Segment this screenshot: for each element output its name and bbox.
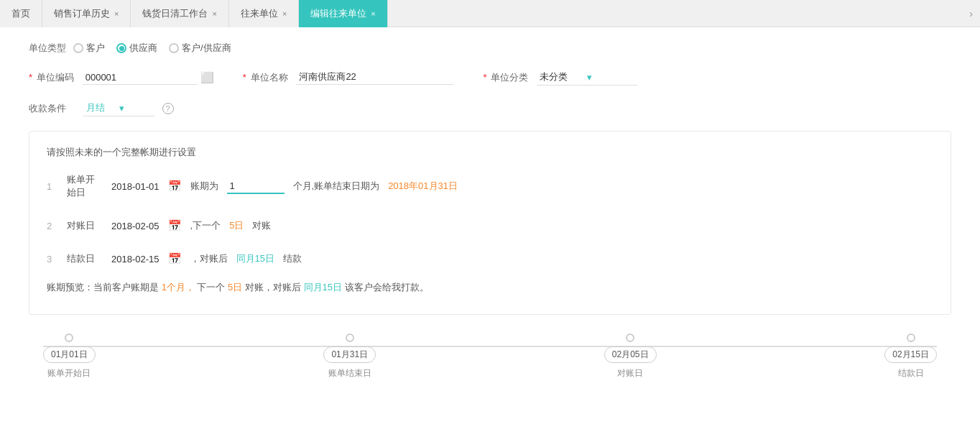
tab-partner[interactable]: 往来单位 × (229, 0, 299, 27)
timeline-point-0: 01月01日 账单开始日 (43, 334, 96, 380)
tabs-scroll-arrow[interactable]: › (962, 8, 980, 19)
row2-prefix: ,下一个 (190, 219, 221, 232)
row2-date: 2018-02-05 (111, 221, 160, 231)
preview-row: 账期预览：当前客户账期是 1个月， 下一个 5日 对账，对账后 同月15日 该客… (47, 272, 933, 300)
tl-badge-2: 02月05日 (604, 346, 657, 363)
close-partner-icon[interactable]: × (282, 9, 287, 18)
row3-label: 结款日 (67, 252, 103, 265)
close-sales-history-icon[interactable]: × (114, 9, 119, 18)
period-input[interactable] (227, 179, 285, 194)
tabs-bar: 首页 销售订单历史 × 钱货日清工作台 × 往来单位 × 编辑往来单位 × › (0, 0, 980, 27)
tl-dot-1 (346, 334, 354, 342)
period-row-1: 1 账单开始日 2018-01-01 📅 账期为 个月,账单结束日期为 2018… (47, 173, 933, 199)
row3-suffix-post: 结款 (283, 252, 302, 265)
row2-suffix-post: 对账 (252, 219, 271, 232)
tl-dot-2 (626, 334, 634, 342)
payment-terms-label: 收款条件 (29, 102, 66, 115)
preview-mid2: 对账，对账后 (245, 282, 301, 293)
preview-mid1: 下一个 (197, 282, 225, 293)
unit-info-row: * 单位编码 ⬜ * 单位名称 * 单位分类 未分类 ▾ (29, 69, 951, 86)
unit-name-label: 单位名称 (251, 71, 288, 84)
timeline-points: 01月01日 账单开始日 01月31日 账单结束日 02月05日 对账日 02月… (43, 334, 937, 380)
radio-customer[interactable]: 客户 (73, 42, 105, 55)
period-row-3: 3 结款日 2018-02-15 📅 ，对账后 同月15日 结款 (47, 252, 933, 265)
tl-badge-0: 01月01日 (43, 346, 96, 363)
row2-cal-icon[interactable]: 📅 (168, 219, 182, 232)
radio-customer-supplier-circle (169, 43, 179, 53)
timeline-point-1: 01月31日 账单结束日 (323, 334, 376, 380)
row1-end-date: 2018年01月31日 (388, 180, 458, 193)
row3-cal-icon[interactable]: 📅 (168, 252, 182, 265)
section-title: 请按照未来的一个完整帐期进行设置 (47, 146, 933, 159)
unit-code-label: 单位编码 (37, 71, 74, 84)
payment-terms-dropdown-arrow: ▾ (119, 103, 152, 114)
row2-label: 对账日 (67, 219, 103, 232)
radio-supplier[interactable]: 供应商 (116, 42, 157, 55)
preview-highlight3: 同月15日 (304, 282, 342, 293)
tl-label-0: 账单开始日 (47, 367, 91, 380)
timeline-section: 01月01日 账单开始日 01月31日 账单结束日 02月05日 对账日 02月… (29, 326, 951, 401)
unit-type-row: 单位类型 客户 供应商 客户/供应商 (29, 42, 951, 55)
row1-suffix-post: 个月,账单结束日期为 (293, 180, 380, 193)
row1-date: 2018-01-01 (111, 181, 160, 192)
copy-icon[interactable]: ⬜ (200, 71, 214, 84)
preview-label: 账期预览：当前客户账期是 (47, 282, 159, 293)
row2-highlight: 5日 (229, 219, 244, 232)
timeline-point-2: 02月05日 对账日 (604, 334, 657, 380)
unit-category-label: 单位分类 (491, 71, 528, 84)
unit-category-select[interactable]: 未分类 ▾ (537, 69, 637, 86)
preview-end: 该客户会给我打款。 (345, 282, 429, 293)
help-icon[interactable]: ? (162, 103, 174, 114)
tl-dot-3 (907, 334, 915, 342)
payment-terms-row: 收款条件 月结 ▾ ? (29, 100, 951, 116)
row1-cal-icon[interactable]: 📅 (168, 180, 182, 193)
radio-customer-supplier[interactable]: 客户/供应商 (169, 42, 231, 55)
payment-terms-select[interactable]: 月结 ▾ (83, 100, 155, 116)
unit-name-input[interactable] (296, 70, 454, 85)
tl-badge-1: 01月31日 (323, 346, 376, 363)
tl-label-3: 结款日 (898, 367, 924, 380)
preview-highlight2: 5日 (228, 282, 242, 293)
timeline-point-3: 02月15日 结款日 (884, 334, 937, 380)
period-row-2: 2 对账日 2018-02-05 📅 ,下一个 5日 对账 (47, 219, 933, 232)
close-edit-partner-icon[interactable]: × (371, 9, 375, 18)
unit-code-input[interactable] (83, 70, 198, 85)
row1-label: 账单开始日 (67, 173, 103, 199)
row3-prefix: ，对账后 (190, 252, 228, 265)
row3-highlight: 同月15日 (236, 252, 274, 265)
unit-type-radio-group: 客户 供应商 客户/供应商 (73, 42, 231, 55)
unit-category-field: * 单位分类 未分类 ▾ (483, 69, 637, 86)
preview-highlight1: 1个月， (162, 282, 195, 293)
unit-name-field: * 单位名称 (243, 70, 455, 85)
unit-code-field: * 单位编码 ⬜ (29, 70, 214, 85)
row1-suffix-pre: 账期为 (190, 180, 218, 193)
tab-sales-history[interactable]: 销售订单历史 × (42, 0, 131, 27)
category-dropdown-arrow: ▾ (587, 72, 634, 83)
row3-date: 2018-02-15 (111, 254, 160, 264)
tab-cash-work[interactable]: 钱货日清工作台 × (131, 0, 228, 27)
close-cash-work-icon[interactable]: × (212, 9, 216, 18)
radio-customer-circle (73, 43, 83, 53)
tl-label-2: 对账日 (617, 367, 643, 380)
tab-edit-partner[interactable]: 编辑往来单位 × (299, 0, 387, 27)
unit-type-label: 单位类型 (29, 42, 66, 55)
radio-supplier-circle (116, 43, 126, 53)
period-section: 请按照未来的一个完整帐期进行设置 1 账单开始日 2018-01-01 📅 账期… (29, 131, 951, 315)
tl-badge-3: 02月15日 (884, 346, 937, 363)
tab-home[interactable]: 首页 (0, 0, 42, 27)
main-content: 单位类型 客户 供应商 客户/供应商 * 单位编码 ⬜ (0, 27, 980, 437)
tl-label-1: 账单结束日 (328, 367, 371, 380)
tl-dot-0 (65, 334, 73, 342)
